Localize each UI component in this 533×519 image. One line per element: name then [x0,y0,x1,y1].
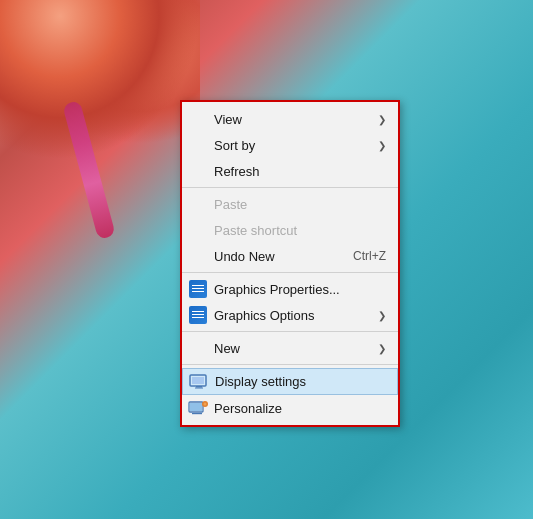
menu-item-graphics-options[interactable]: Graphics Options ❯ [182,302,398,328]
menu-item-new-arrow: ❯ [378,343,386,354]
menu-item-graphics-properties-label: Graphics Properties... [214,282,340,297]
menu-item-display-settings[interactable]: Display settings [182,368,398,395]
separator-3 [182,331,398,332]
separator-4 [182,364,398,365]
flower-decoration [0,0,200,160]
menu-item-undo-new-label: Undo New [214,249,275,264]
monitor-icon-wrapper [189,372,209,392]
svg-rect-3 [195,387,203,388]
menu-item-graphics-properties[interactable]: Graphics Properties... [182,276,398,302]
svg-rect-2 [196,386,202,388]
menu-item-sort-by-label: Sort by [214,138,255,153]
menu-item-display-settings-label: Display settings [215,374,306,389]
context-menu: View ❯ Sort by ❯ Refresh Paste Paste sho… [180,100,400,427]
separator-2 [182,272,398,273]
intel-icon-2 [188,305,208,325]
graphics-options-icon [189,306,207,324]
menu-item-paste-label: Paste [214,197,247,212]
menu-item-graphics-options-arrow: ❯ [378,310,386,321]
menu-item-view-arrow: ❯ [378,114,386,125]
menu-item-refresh[interactable]: Refresh [182,158,398,184]
svg-rect-5 [190,403,202,411]
personalize-icon-wrapper [188,398,208,418]
svg-point-8 [204,403,207,406]
menu-item-refresh-label: Refresh [214,164,260,179]
menu-item-personalize[interactable]: Personalize [182,395,398,421]
menu-item-undo-new[interactable]: Undo New Ctrl+Z [182,243,398,269]
menu-item-sort-by-arrow: ❯ [378,140,386,151]
menu-item-paste[interactable]: Paste [182,191,398,217]
intel-icon-1 [188,279,208,299]
menu-item-personalize-label: Personalize [214,401,282,416]
separator-1 [182,187,398,188]
menu-item-undo-new-shortcut: Ctrl+Z [353,249,386,263]
menu-item-paste-shortcut-label: Paste shortcut [214,223,297,238]
display-settings-icon [189,374,209,390]
graphics-properties-icon [189,280,207,298]
menu-item-view-label: View [214,112,242,127]
menu-item-sort-by[interactable]: Sort by ❯ [182,132,398,158]
menu-item-graphics-options-label: Graphics Options [214,308,314,323]
personalize-icon [188,399,208,417]
svg-rect-6 [192,413,202,414]
menu-item-new[interactable]: New ❯ [182,335,398,361]
svg-rect-1 [192,377,204,384]
menu-item-view[interactable]: View ❯ [182,106,398,132]
menu-item-paste-shortcut[interactable]: Paste shortcut [182,217,398,243]
menu-item-new-label: New [214,341,240,356]
